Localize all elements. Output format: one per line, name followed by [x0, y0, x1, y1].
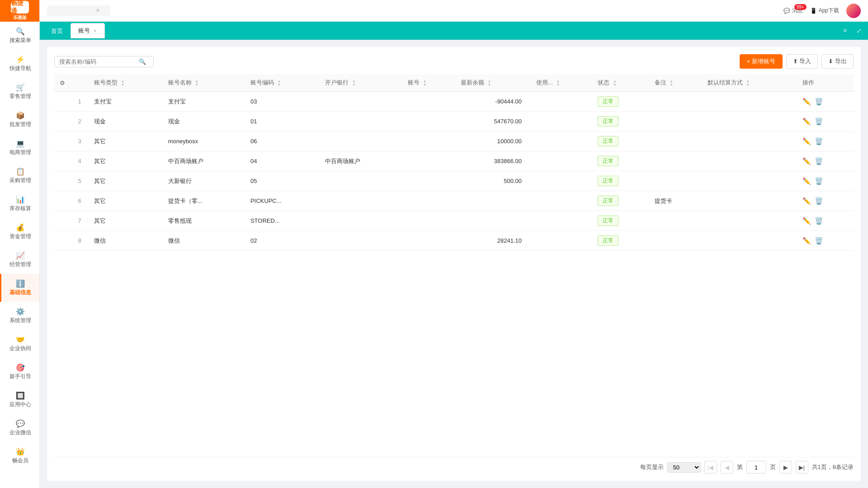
sidebar-item-quick-nav[interactable]: ⚡快捷导航 — [0, 50, 39, 78]
row-note — [649, 211, 702, 231]
topbar-search-icon: ▼ — [95, 7, 101, 14]
row-usage — [531, 92, 593, 112]
col-balance[interactable]: 最新余额 ▲▼ — [455, 74, 531, 92]
next-page-button[interactable]: ▶ — [779, 461, 792, 474]
add-account-button[interactable]: + 新增账号 — [740, 54, 783, 69]
row-type: 其它 — [89, 151, 163, 171]
page-toolbar: 🔍 + 新增账号 ⬆ 导入 ⬇ 导出 — [54, 54, 854, 69]
col-default-settlement[interactable]: 默认结算方式 ▲▼ — [702, 74, 797, 92]
status-badge: 正常 — [598, 156, 618, 166]
page-number-input[interactable] — [746, 461, 766, 474]
delete-icon[interactable]: 🗑️ — [815, 98, 823, 106]
prev-page-button[interactable]: ◀ — [721, 461, 733, 474]
row-type: 支付宝 — [89, 92, 163, 112]
sidebar-item-app-center[interactable]: 🔲应用中心 — [0, 386, 39, 414]
inventory-check-label: 库存核算 — [9, 205, 31, 212]
table-row: 6 其它 提货卡（零... PICKUPC... 正常 提货卡 ✏️ 🗑️ — [54, 191, 854, 211]
col-usage[interactable]: 使用... ▲▼ — [531, 74, 593, 92]
search-menu-label: 搜索菜单 — [9, 37, 31, 44]
sidebar-item-new-guide[interactable]: 🎯新手引导 — [0, 358, 39, 386]
row-num: 6 — [71, 191, 89, 211]
page-size-select[interactable]: 50 100 200 — [667, 462, 701, 473]
business-mgmt-label: 经营管理 — [9, 261, 31, 268]
col-note[interactable]: 备注 ▲▼ — [649, 74, 702, 92]
edit-icon[interactable]: ✏️ — [802, 117, 811, 126]
settings-icon[interactable]: ⚙ — [60, 80, 65, 86]
sort-name-icon: ▲▼ — [195, 80, 198, 87]
last-page-button[interactable]: ▶| — [796, 461, 808, 474]
row-status: 正常 — [592, 92, 649, 112]
tab-account[interactable]: 账号 × — [71, 23, 105, 38]
account-table-wrapper: ⚙ 账号类型 ▲▼ 账号名称 ▲▼ — [54, 74, 854, 451]
edit-icon[interactable]: ✏️ — [802, 177, 811, 185]
row-bank — [320, 92, 402, 112]
topbar-search-box: ▼ — [47, 5, 110, 16]
col-account[interactable]: 账号 ▲▼ — [402, 74, 455, 92]
row-code: 03 — [245, 92, 320, 112]
sidebar-item-member[interactable]: 👑畅会员 — [0, 442, 39, 470]
edit-icon[interactable]: ✏️ — [802, 98, 811, 106]
col-operation: 操作 — [797, 74, 854, 92]
delete-icon[interactable]: 🗑️ — [815, 237, 823, 245]
edit-icon[interactable]: ✏️ — [802, 137, 811, 145]
sort-bank-icon: ▲▼ — [352, 80, 356, 87]
topbar-search-input[interactable] — [52, 8, 92, 14]
row-name: 大新银行 — [163, 171, 245, 191]
edit-icon[interactable]: ✏️ — [802, 197, 811, 205]
search-icon[interactable]: 🔍 — [139, 58, 146, 65]
member-icon: 👑 — [16, 447, 25, 456]
sidebar-item-retail-mgmt[interactable]: 🛒零售管理 — [0, 78, 39, 106]
row-name: 现金 — [163, 112, 245, 131]
sidebar-item-search-menu[interactable]: 🔍搜索菜单 — [0, 22, 39, 50]
table-row: 2 现金 现金 01 547670.00 正常 ✏️ 🗑️ — [54, 112, 854, 131]
edit-icon[interactable]: ✏️ — [802, 237, 811, 245]
col-code[interactable]: 账号编码 ▲▼ — [245, 74, 320, 92]
import-button[interactable]: ⬆ 导入 — [786, 54, 818, 69]
table-row: 7 其它 零售抵现 STORED... 正常 ✏️ 🗑️ — [54, 211, 854, 231]
first-page-button[interactable]: |◀ — [704, 461, 717, 474]
sidebar-item-system-mgmt[interactable]: ⚙️系统管理 — [0, 302, 39, 330]
account-search-box: 🔍 — [54, 56, 154, 67]
message-button[interactable]: 💬 消息 99+ — [783, 7, 803, 14]
sort-usage-icon: ▲▼ — [556, 80, 560, 87]
export-button[interactable]: ⬇ 导出 — [821, 54, 854, 69]
col-status[interactable]: 状态 ▲▼ — [592, 74, 649, 92]
sidebar-item-capital-mgmt[interactable]: 💰资金管理 — [0, 218, 39, 246]
user-avatar[interactable] — [846, 4, 861, 18]
delete-icon[interactable]: 🗑️ — [815, 177, 823, 185]
edit-icon[interactable]: ✏️ — [802, 217, 811, 225]
sidebar-item-ecommerce-mgmt[interactable]: 💻电商管理 — [0, 134, 39, 162]
sidebar-item-business-mgmt[interactable]: 📈经营管理 — [0, 246, 39, 274]
delete-icon[interactable]: 🗑️ — [815, 197, 823, 205]
row-settings-cell — [54, 131, 71, 151]
sidebar-item-enterprise-wechat[interactable]: 💬企业微信 — [0, 414, 39, 442]
row-num: 8 — [71, 231, 89, 251]
sidebar-item-basic-info[interactable]: ℹ️基础信息 — [0, 274, 39, 302]
row-status: 正常 — [592, 112, 649, 131]
delete-icon[interactable]: 🗑️ — [815, 137, 823, 145]
tab-expand-icon[interactable]: ⤢ — [854, 26, 864, 35]
app-download-button[interactable]: 📱 App下载 — [810, 7, 839, 14]
row-operation: ✏️ 🗑️ — [797, 151, 854, 171]
sidebar-item-wholesale-mgmt[interactable]: 📦批发管理 — [0, 106, 39, 134]
account-search-input[interactable] — [59, 58, 136, 65]
row-bank — [320, 231, 402, 251]
tab-home[interactable]: 首页 — [43, 23, 71, 38]
delete-icon[interactable]: 🗑️ — [815, 157, 823, 165]
delete-icon[interactable]: 🗑️ — [815, 117, 823, 126]
sidebar-item-enterprise-agreement[interactable]: 🤝企业协同 — [0, 330, 39, 358]
tab-close-all-icon[interactable]: × — [840, 26, 850, 36]
row-balance: 547670.00 — [455, 112, 531, 131]
tab-account-close[interactable]: × — [93, 28, 97, 34]
sidebar-item-inventory-check[interactable]: 📊库存核算 — [0, 190, 39, 218]
row-status: 正常 — [592, 131, 649, 151]
col-type[interactable]: 账号类型 ▲▼ — [89, 74, 163, 92]
col-name[interactable]: 账号名称 ▲▼ — [163, 74, 245, 92]
delete-icon[interactable]: 🗑️ — [815, 217, 823, 225]
col-bank[interactable]: 开户银行 ▲▼ — [320, 74, 402, 92]
edit-icon[interactable]: ✏️ — [802, 157, 811, 165]
row-usage — [531, 151, 593, 171]
wholesale-mgmt-label: 批发管理 — [9, 121, 31, 128]
app-download-label: App下载 — [819, 7, 839, 14]
sidebar-item-purchase-mgmt[interactable]: 📋采购管理 — [0, 162, 39, 190]
